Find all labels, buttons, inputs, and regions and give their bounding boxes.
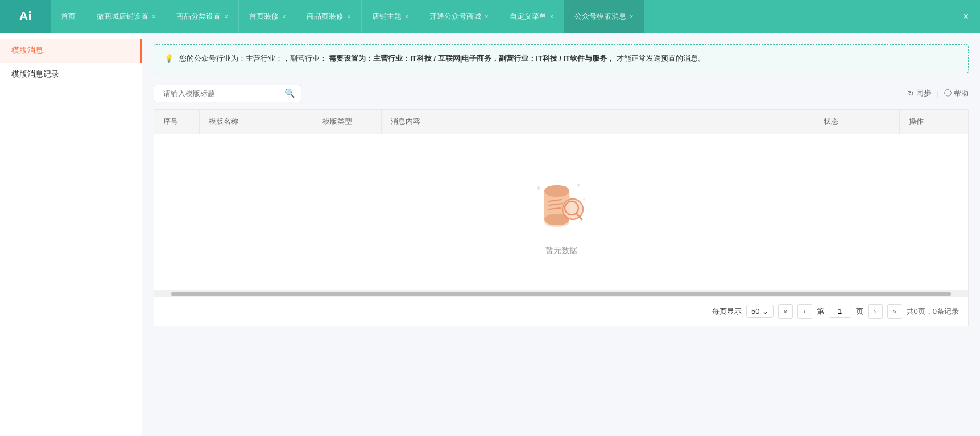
close-all-tabs-button[interactable]: × (952, 11, 980, 23)
app-logo: Ai (0, 0, 51, 33)
col-header-status: 状态 (814, 110, 900, 134)
notice-highlight: 需要设置为：主营行业：IT科技 / 互联网|电子商务，副营行业：IT科技 / I… (329, 54, 614, 63)
notice-suffix: 才能正常发送预置的消息。 (617, 54, 705, 63)
page-size-value: 50 (751, 307, 759, 315)
page-suffix: 页 (856, 306, 863, 317)
nav-tab-category-settings[interactable]: 商品分类设置 × (166, 0, 238, 33)
page-number-input[interactable] (829, 305, 851, 318)
page-size-select[interactable]: 50 ⌄ (746, 305, 773, 318)
close-template-msg-icon[interactable]: × (630, 13, 633, 20)
page-size-label: 每页显示 (712, 306, 742, 317)
nav-tab-product-decor[interactable]: 商品页装修 × (296, 0, 361, 33)
sidebar-item-template-msg[interactable]: 模版消息 (0, 39, 142, 63)
nav-tab-shop-settings[interactable]: 微商城店铺设置 × (86, 0, 166, 33)
sidebar-item-template-msg-log[interactable]: 模版消息记录 (0, 63, 142, 86)
close-product-decor-icon[interactable]: × (347, 13, 350, 20)
toolbar: 🔍 ↻ 同步 | ⓘ 帮助 (154, 85, 969, 102)
first-page-button[interactable]: « (778, 304, 793, 319)
nav-tab-home-decor[interactable]: 首页装修 × (239, 0, 296, 33)
col-header-name: 模版名称 (200, 110, 313, 134)
sidebar: 模版消息 模版消息记录 (0, 33, 142, 436)
nav-tab-open-mall[interactable]: 开通公众号商城 × (419, 0, 499, 33)
svg-point-7 (537, 186, 540, 190)
search-area[interactable]: 🔍 (154, 85, 301, 102)
pagination: 每页显示 50 ⌄ « ‹ 第 页 › » (154, 297, 968, 326)
search-icon[interactable]: 🔍 (284, 88, 295, 98)
notice-prefix: 您的公众号行业为：主营行业：，副营行业： (179, 54, 327, 63)
prev-page-button[interactable]: ‹ (797, 304, 812, 319)
svg-point-8 (577, 184, 580, 186)
col-header-seq: 序号 (154, 110, 200, 134)
notice-box: 💡 您的公众号行业为：主营行业：，副营行业： 需要设置为：主营行业：IT科技 /… (154, 44, 969, 73)
main-layout: 模版消息 模版消息记录 💡 您的公众号行业为：主营行业：，副营行业： 需要设置为… (0, 33, 980, 436)
nav-tab-custom-menu[interactable]: 自定义菜单 × (499, 0, 564, 33)
help-icon: ⓘ (944, 88, 952, 98)
close-home-decor-icon[interactable]: × (282, 13, 286, 20)
empty-text: 暂无数据 (545, 246, 577, 256)
toolbar-right: ↻ 同步 | ⓘ 帮助 (908, 88, 969, 98)
sync-icon: ↻ (908, 89, 914, 98)
next-page-button[interactable]: › (868, 304, 883, 319)
data-table: 序号 模版名称 模版类型 消息内容 状态 操作 (154, 109, 969, 326)
svg-point-9 (583, 198, 585, 201)
nav-tab-home[interactable]: 首页 (51, 0, 86, 33)
close-shop-theme-icon[interactable]: × (405, 13, 408, 20)
nav-tabs: 首页 微商城店铺设置 × 商品分类设置 × 首页装修 × 商品页装修 × 店铺主… (51, 0, 952, 33)
scrollbar-thumb[interactable] (171, 292, 951, 296)
toolbar-divider: | (937, 89, 938, 98)
help-button[interactable]: ⓘ 帮助 (944, 88, 969, 98)
table-header: 序号 模版名称 模版类型 消息内容 状态 操作 (154, 110, 968, 134)
col-header-action: 操作 (900, 110, 968, 134)
nav-tab-template-msg[interactable]: 公众号模版消息 × (564, 0, 644, 33)
page-size-dropdown-icon: ⌄ (762, 307, 768, 315)
sync-button[interactable]: ↻ 同步 (908, 88, 931, 98)
close-open-mall-icon[interactable]: × (485, 13, 488, 20)
table-scrollbar[interactable] (154, 290, 968, 297)
col-header-type: 模版类型 (313, 110, 382, 134)
page-prefix: 第 (817, 306, 824, 317)
close-custom-menu-icon[interactable]: × (550, 13, 553, 20)
search-input[interactable] (160, 85, 284, 102)
total-info: 共0页，0条记录 (907, 306, 959, 317)
close-category-settings-icon[interactable]: × (224, 13, 228, 20)
empty-state: 暂无数据 (154, 134, 968, 290)
top-nav: Ai 首页 微商城店铺设置 × 商品分类设置 × 首页装修 × 商品页装修 × … (0, 0, 980, 33)
last-page-button[interactable]: » (887, 304, 902, 319)
col-header-content: 消息内容 (382, 110, 814, 134)
empty-illustration (527, 168, 596, 236)
close-shop-settings-icon[interactable]: × (152, 13, 155, 20)
notice-icon: 💡 (164, 54, 173, 63)
content-area: 💡 您的公众号行业为：主营行业：，副营行业： 需要设置为：主营行业：IT科技 /… (142, 33, 980, 436)
nav-tab-shop-theme[interactable]: 店铺主题 × (362, 0, 419, 33)
